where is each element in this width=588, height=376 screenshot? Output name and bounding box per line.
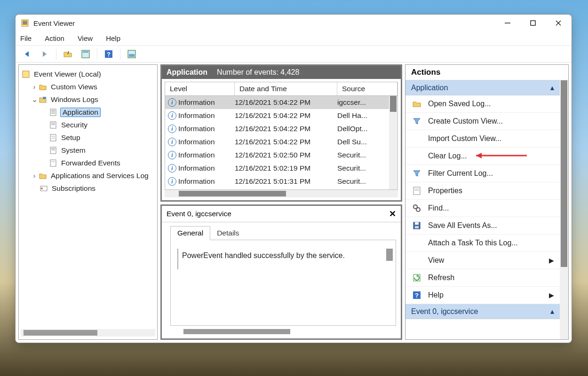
cell-level: Information (178, 177, 215, 186)
actions-section-event[interactable]: Event 0, igccservice ▴ (405, 304, 560, 319)
col-source[interactable]: Source (337, 82, 397, 95)
back-button[interactable] (19, 48, 34, 60)
table-row[interactable]: iInformation12/16/2021 5:04:22 PMigccser… (165, 96, 397, 109)
cell-source: Securit... (337, 151, 397, 159)
tree-apps-services[interactable]: › Applications and Services Log (21, 169, 155, 182)
tree-windows-logs[interactable]: ⌄ Windows Logs (21, 93, 155, 106)
help-button[interactable]: ? (101, 48, 116, 60)
expand-icon[interactable]: › (30, 172, 39, 180)
svg-rect-2 (23, 22, 27, 23)
folder-icon (39, 95, 47, 104)
filter-icon (412, 169, 421, 178)
folder-icon (39, 83, 47, 91)
maximize-button[interactable] (528, 18, 538, 28)
table-row[interactable]: iInformation12/16/2021 5:02:19 PMSecurit… (165, 162, 397, 175)
cell-level: Information (178, 111, 215, 120)
cell-level: Information (178, 98, 215, 107)
svg-point-32 (41, 188, 43, 189)
table-row[interactable]: iInformation12/16/2021 5:04:22 PMDellOpt… (165, 122, 397, 135)
action-import-custom-view[interactable]: Import Custom View... (405, 130, 560, 148)
action-refresh[interactable]: Refresh (405, 269, 560, 287)
subscriptions-icon (40, 184, 48, 193)
cell-datetime: 12/16/2021 5:04:22 PM (235, 125, 337, 133)
detail-hscrollbar[interactable] (170, 329, 392, 335)
grid-title: Application (167, 68, 207, 77)
detail-message: PowerEvent handled successfully by the s… (177, 249, 389, 269)
expand-icon[interactable]: › (30, 83, 39, 91)
folder-open-icon (412, 99, 421, 109)
table-row[interactable]: iInformation12/16/2021 5:02:50 PMSecurit… (165, 149, 397, 162)
menu-file[interactable]: File (20, 34, 32, 42)
tab-general[interactable]: General (170, 226, 210, 240)
action-filter-current-log[interactable]: Filter Current Log... (405, 165, 560, 182)
event-viewer-icon (22, 70, 30, 78)
folder-button[interactable] (60, 48, 75, 60)
preview-button[interactable] (124, 48, 139, 60)
chevron-up-icon: ▴ (550, 83, 554, 92)
refresh-icon (412, 273, 421, 282)
collapse-icon[interactable]: ⌄ (30, 95, 39, 104)
cell-datetime: 12/16/2021 5:04:22 PM (235, 138, 337, 146)
col-level[interactable]: Level (165, 82, 235, 95)
event-viewer-window: Event Viewer File Action View Help ? (15, 14, 572, 343)
table-row[interactable]: iInformation12/16/2021 5:04:22 PMDell Ha… (165, 109, 397, 122)
tab-details[interactable]: Details (210, 226, 246, 240)
close-button[interactable] (554, 18, 563, 28)
menu-help[interactable]: Help (106, 34, 120, 42)
annotation-arrow (471, 151, 528, 160)
minimize-button[interactable] (503, 18, 512, 28)
svg-rect-13 (129, 54, 135, 57)
log-icon (49, 108, 57, 117)
cell-level: Information (178, 138, 215, 146)
actions-section-application[interactable]: Application ▴ (405, 80, 560, 95)
tree-application[interactable]: Application (21, 106, 155, 118)
cell-level: Information (178, 164, 215, 172)
tree-custom-views[interactable]: › Custom Views (21, 80, 155, 93)
action-clear-log[interactable]: Clear Log... (405, 148, 560, 165)
chevron-right-icon: ▶ (549, 291, 554, 299)
detail-close-button[interactable]: ✕ (389, 209, 396, 219)
action-view-submenu[interactable]: View ▶ (405, 252, 560, 269)
cell-source: Securit... (337, 164, 397, 172)
tree-security[interactable]: Security (21, 118, 155, 131)
log-icon (49, 133, 57, 142)
col-datetime[interactable]: Date and Time (235, 82, 337, 95)
cell-source: Dell Ha... (337, 111, 397, 120)
grid-hscrollbar[interactable] (165, 190, 398, 197)
action-attach-task[interactable]: Attach a Task To this Log... (405, 235, 560, 252)
detail-vscrollbar[interactable] (386, 249, 393, 261)
table-row[interactable]: iInformation12/16/2021 5:04:22 PMDell Su… (165, 135, 397, 149)
event-grid: Application Number of events: 4,428 Leve… (160, 64, 402, 202)
svg-rect-3 (23, 24, 27, 24)
action-create-custom-view[interactable]: Create Custom View... (405, 113, 560, 130)
cell-datetime: 12/16/2021 5:02:19 PM (235, 164, 337, 172)
tree-root[interactable]: Event Viewer (Local) (21, 68, 155, 80)
cell-source: igccser... (337, 98, 397, 107)
app-icon (21, 19, 29, 27)
grid-vscrollbar[interactable] (389, 96, 397, 189)
menubar: File Action View Help (16, 31, 572, 46)
filter-icon (412, 117, 421, 126)
forward-button[interactable] (37, 48, 52, 60)
properties-icon (412, 186, 421, 196)
action-find[interactable]: Find... (405, 200, 560, 217)
table-row[interactable]: iInformation12/16/2021 5:01:31 PMSecurit… (165, 175, 397, 188)
grid-title-bar: Application Number of events: 4,428 (162, 66, 401, 79)
grid-event-count: Number of events: 4,428 (217, 68, 299, 77)
menu-view[interactable]: View (78, 34, 93, 42)
tree-setup[interactable]: Setup (21, 131, 155, 144)
action-help[interactable]: ? Help ▶ (405, 287, 560, 304)
properties-button[interactable] (78, 48, 93, 60)
action-properties[interactable]: Properties (405, 182, 560, 200)
tree-hscrollbar[interactable] (21, 329, 155, 337)
menu-action[interactable]: Action (45, 34, 64, 42)
info-icon: i (168, 164, 176, 172)
chevron-right-icon: ▶ (549, 257, 554, 264)
tree-forwarded-events[interactable]: Forwarded Events (21, 157, 155, 169)
action-save-all-events[interactable]: Save All Events As... (405, 217, 560, 235)
tree-subscriptions[interactable]: Subscriptions (21, 182, 155, 195)
tree-system[interactable]: System (21, 144, 155, 157)
actions-vscrollbar[interactable] (560, 80, 568, 339)
action-open-saved-log[interactable]: Open Saved Log... (405, 95, 560, 113)
log-icon (49, 146, 57, 155)
